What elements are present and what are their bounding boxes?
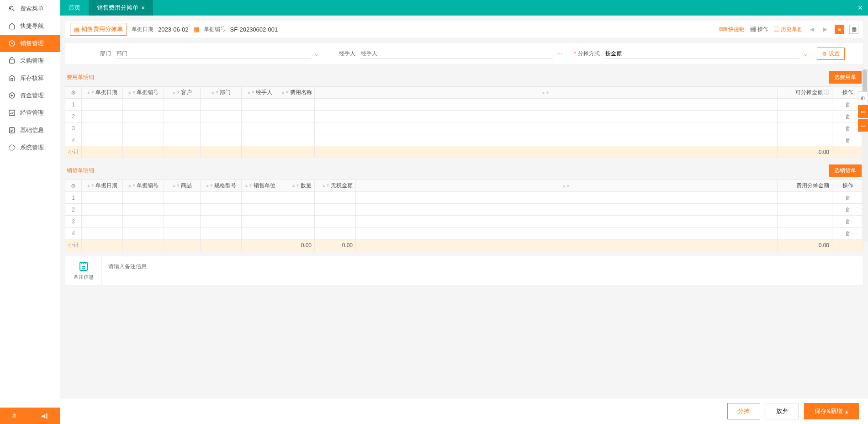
cell[interactable] xyxy=(778,111,832,122)
cell[interactable] xyxy=(778,99,832,111)
cell[interactable] xyxy=(82,192,123,204)
col-unit[interactable]: ▲▼销售单位 xyxy=(242,180,278,192)
cell[interactable] xyxy=(242,192,278,204)
sidebar-item-base[interactable]: 基础信息 xyxy=(0,122,60,139)
cell[interactable] xyxy=(278,228,315,239)
delete-icon[interactable]: 🗑 xyxy=(845,195,851,201)
cell[interactable] xyxy=(315,228,356,239)
cell[interactable] xyxy=(82,122,123,134)
col-spec[interactable]: ▲▼规格型号 xyxy=(201,180,242,192)
cell[interactable] xyxy=(123,111,164,122)
col-date[interactable]: ▲▼单据日期 xyxy=(82,87,123,99)
col-blank[interactable]: ▲▼ xyxy=(315,87,778,99)
col-feealloc[interactable]: 费用分摊金额 xyxy=(778,180,832,192)
gear-column[interactable]: ⚙ xyxy=(65,87,82,99)
cell[interactable] xyxy=(82,134,123,146)
more-icon[interactable]: ⋯ xyxy=(557,51,563,57)
delete-icon[interactable]: 🗑 xyxy=(845,101,851,108)
view-list-icon[interactable]: ≡ xyxy=(835,25,844,34)
cell[interactable] xyxy=(778,192,832,204)
sidebar-item-purchase[interactable]: 采购管理 xyxy=(0,52,60,69)
shortcut-link[interactable]: ⌨ 快捷键 xyxy=(719,26,745,33)
table-row[interactable]: 2🗑 xyxy=(65,204,863,216)
gear-column[interactable]: ⚙ xyxy=(65,180,82,192)
cell[interactable] xyxy=(242,216,278,228)
cell[interactable] xyxy=(278,134,315,146)
col-alloc[interactable]: 可分摊金额ⓘ xyxy=(778,87,832,99)
tab-current[interactable]: 销售费用分摊单× xyxy=(89,0,153,16)
cell[interactable] xyxy=(356,216,778,228)
table-row[interactable]: 4🗑 xyxy=(65,228,863,239)
cell[interactable] xyxy=(242,111,278,122)
cell[interactable] xyxy=(778,122,832,134)
cell[interactable] xyxy=(201,192,242,204)
select-sales-button[interactable]: 选销货单 xyxy=(829,164,862,177)
table-row[interactable]: 1🗑 xyxy=(65,192,863,204)
cell[interactable] xyxy=(315,111,778,122)
cell[interactable] xyxy=(201,204,242,216)
handler-input[interactable] xyxy=(359,48,553,59)
cell[interactable] xyxy=(82,216,123,228)
cell[interactable] xyxy=(278,216,315,228)
cell[interactable] xyxy=(278,111,315,122)
sidebar-item-fund[interactable]: 资金管理 xyxy=(0,87,60,104)
cell[interactable] xyxy=(242,99,278,111)
cell[interactable] xyxy=(164,216,201,228)
history-link[interactable]: ▤ 历史单据 xyxy=(774,26,803,33)
col-code[interactable]: ▲▼单据编号 xyxy=(123,180,164,192)
calendar-icon[interactable]: ▦ xyxy=(193,26,199,33)
col-code[interactable]: ▲▼单据编号 xyxy=(123,87,164,99)
cell[interactable] xyxy=(123,192,164,204)
col-handler[interactable]: ▲▼经手人 xyxy=(242,87,278,99)
table-row[interactable]: 2🗑 xyxy=(65,111,863,122)
cell[interactable] xyxy=(278,204,315,216)
col-prod[interactable]: ▲▼商品 xyxy=(164,180,201,192)
settings-icon[interactable]: ⚙ xyxy=(12,413,17,419)
prev-icon[interactable]: ◀ xyxy=(808,26,816,32)
delete-icon[interactable]: 🗑 xyxy=(845,113,851,120)
table-row[interactable]: 3🗑 xyxy=(65,216,863,228)
cell[interactable] xyxy=(201,228,242,239)
cell[interactable] xyxy=(278,99,315,111)
close-all-icon[interactable]: × xyxy=(852,0,868,16)
cell[interactable] xyxy=(82,204,123,216)
cell[interactable] xyxy=(201,122,242,134)
cell[interactable] xyxy=(82,228,123,239)
cell[interactable] xyxy=(123,134,164,146)
next-icon[interactable]: ▶ xyxy=(821,26,829,32)
allocate-button[interactable]: 分摊 xyxy=(727,403,760,419)
save-new-button[interactable]: 保存&新增▴ xyxy=(804,403,859,419)
dock-item[interactable]: ▭ xyxy=(858,105,868,118)
cell[interactable] xyxy=(164,122,201,134)
table-row[interactable]: 3🗑 xyxy=(65,122,863,134)
cell[interactable] xyxy=(278,122,315,134)
delete-icon[interactable]: 🗑 xyxy=(845,125,851,132)
col-cust[interactable]: ▲▼客户 xyxy=(164,87,201,99)
cell[interactable] xyxy=(123,122,164,134)
cell[interactable] xyxy=(315,134,778,146)
method-input[interactable] xyxy=(603,48,799,59)
sidebar-item-quicknav[interactable]: 快捷导航 xyxy=(0,17,60,35)
cell[interactable] xyxy=(164,134,201,146)
delete-icon[interactable]: 🗑 xyxy=(845,230,851,237)
sidebar-item-search[interactable]: 搜索菜单 xyxy=(0,0,60,17)
dock-item[interactable]: ◐ xyxy=(858,91,868,104)
sidebar-item-inventory[interactable]: 库存核算 xyxy=(0,69,60,87)
delete-icon[interactable]: 🗑 xyxy=(845,137,851,143)
dept-input[interactable] xyxy=(115,48,311,59)
close-icon[interactable]: × xyxy=(141,4,145,11)
cell[interactable] xyxy=(315,216,356,228)
cell[interactable] xyxy=(123,99,164,111)
cell[interactable] xyxy=(164,204,201,216)
cell[interactable] xyxy=(315,99,778,111)
cell[interactable] xyxy=(123,204,164,216)
delete-icon[interactable]: 🗑 xyxy=(845,218,851,225)
cell[interactable] xyxy=(123,228,164,239)
col-date[interactable]: ▲▼单据日期 xyxy=(82,180,123,192)
cell[interactable] xyxy=(278,192,315,204)
table-row[interactable]: 4🗑 xyxy=(65,134,863,146)
cell[interactable] xyxy=(242,134,278,146)
ops-link[interactable]: ▦ 操作 xyxy=(750,26,768,33)
table-row[interactable]: 1🗑 xyxy=(65,99,863,111)
cell[interactable] xyxy=(201,111,242,122)
